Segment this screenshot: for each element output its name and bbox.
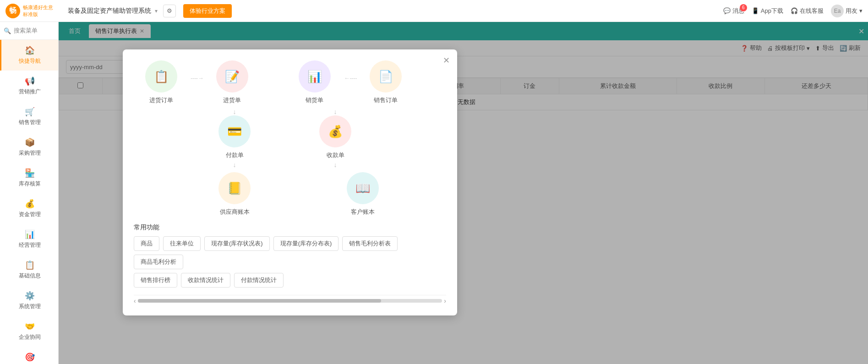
sidebar-item-newbie[interactable]: 🎯 新手引导 <box>0 347 58 364</box>
system-name: 装备及固定资产辅助管理系统 <box>68 7 151 15</box>
scroll-left-icon[interactable]: ‹ <box>134 297 136 304</box>
flow-node-supplier-ledger: 📒 供应商账本 <box>207 172 262 216</box>
message-button[interactable]: 💬 消息 6 <box>723 7 744 15</box>
purchase-icon: 📦 <box>25 137 35 147</box>
online-service-button[interactable]: 🎧 在线客服 <box>791 7 824 15</box>
modal-close-button[interactable]: ✕ <box>441 55 452 66</box>
sidebar-item-inventory[interactable]: 🏪 库存核算 <box>0 163 58 193</box>
supplier-ledger-icon[interactable]: 📒 <box>218 172 251 204</box>
common-function-buttons-row2: 销售排行榜 收款情况统计 付款情况统计 <box>134 273 446 288</box>
cf-btn-sales-margin[interactable]: 销售毛利分析表 <box>342 236 398 251</box>
flow-node-customer-ledger: 📖 客户账本 <box>335 172 390 216</box>
sidebar-item-purchase[interactable]: 📦 采购管理 <box>0 132 58 163</box>
logo-area: 畅 畅康通好生意 标准版 <box>5 4 64 18</box>
main-area: 🔍 搜索菜单 🏠 快捷导航 📢 营销推广 🛒 销售管理 📦 采购管理 🏪 <box>0 22 868 364</box>
flow-node-payment-bill: 💳 付款单 <box>207 115 262 159</box>
collab-icon: 🤝 <box>25 321 35 331</box>
cf-btn-stock-dist[interactable]: 现存量(库存分布表) <box>273 236 339 251</box>
search-menu-button[interactable]: 🔍 搜索菜单 <box>0 22 58 40</box>
modal-scrollbar: ‹ › <box>134 295 446 304</box>
finance-icon: 💰 <box>25 199 35 209</box>
scroll-right-icon[interactable]: › <box>444 297 446 304</box>
cf-btn-sales-ranking[interactable]: 销售排行榜 <box>134 273 177 288</box>
flow-node-purchase-bill: 📝 进货单 <box>205 60 260 104</box>
cf-btn-payment-stats[interactable]: 付款情况统计 <box>234 273 284 288</box>
avatar: Ea <box>831 5 844 17</box>
sales-bill-icon[interactable]: 📊 <box>299 60 331 92</box>
content-area: 首页 销售订单执行表 ✕ ✕ ❓ 帮助 🖨 按模板打印 ▾ <box>59 22 868 364</box>
newbie-icon: 🎯 <box>25 352 35 362</box>
trial-button[interactable]: 体验行业方案 <box>183 4 232 18</box>
sidebar-item-finance[interactable]: 💰 资金管理 <box>0 193 58 224</box>
modal-overlay[interactable]: ✕ 📋 进货订单 <box>59 22 868 364</box>
sidebar-item-system[interactable]: ⚙️ 系统管理 <box>0 285 58 316</box>
common-functions-title: 常用功能 <box>134 223 446 232</box>
payment-bill-icon[interactable]: 💳 <box>218 115 251 147</box>
sidebar-item-quick-nav[interactable]: 🏠 快捷导航 <box>0 40 58 71</box>
marketing-icon: 📢 <box>25 76 35 86</box>
purchase-bill-icon[interactable]: 📝 <box>216 60 248 92</box>
sidebar-item-marketing[interactable]: 📢 营销推广 <box>0 71 58 101</box>
flow-node-sales-bill: 📊 销货单 <box>287 60 342 104</box>
sidebar-item-collab[interactable]: 🤝 企业协同 <box>0 316 58 347</box>
system-dropdown-icon[interactable]: ▾ <box>155 8 158 14</box>
sales-icon: 🛒 <box>25 107 35 117</box>
settings-icon[interactable]: ⚙ <box>163 5 176 17</box>
sidebar: 🔍 搜索菜单 🏠 快捷导航 📢 营销推广 🛒 销售管理 📦 采购管理 🏪 <box>0 22 59 364</box>
app-download-button[interactable]: 📱 App下载 <box>752 7 783 15</box>
flow-node-sales-order: 📄 销售订单 <box>358 60 413 104</box>
inventory-icon: 🏪 <box>25 168 35 178</box>
sidebar-item-basic[interactable]: 📋 基础信息 <box>0 255 58 285</box>
message-icon: 💬 <box>723 7 731 14</box>
top-bar: 畅 畅康通好生意 标准版 装备及固定资产辅助管理系统 ▾ ⚙ 体验行业方案 💬 … <box>0 0 868 22</box>
sales-order-icon[interactable]: 📄 <box>370 60 402 92</box>
home-icon: 🏠 <box>25 45 35 55</box>
scroll-thumb[interactable] <box>138 299 382 303</box>
scroll-track[interactable] <box>138 299 442 303</box>
user-chevron-icon: ▾ <box>859 7 863 14</box>
common-function-buttons: 商品 往来单位 现存量(库存状况表) 现存量(库存分布表) 销售毛利分析表 商品… <box>134 236 446 269</box>
user-menu[interactable]: Ea 用友 ▾ <box>831 5 863 17</box>
sidebar-item-sales[interactable]: 🛒 销售管理 <box>0 101 58 132</box>
cf-btn-receipt-stats[interactable]: 收款情况统计 <box>181 273 230 288</box>
service-icon: 🎧 <box>791 7 798 14</box>
download-icon: 📱 <box>752 7 759 14</box>
cf-btn-product[interactable]: 商品 <box>134 236 159 251</box>
sidebar-item-operation[interactable]: 📊 经营管理 <box>0 224 58 255</box>
search-icon: 🔍 <box>4 27 11 34</box>
system-icon: ⚙️ <box>25 291 35 301</box>
common-functions-section: 常用功能 商品 往来单位 现存量(库存状况表) 现存量(库存分布表) 销售毛利分… <box>134 223 446 288</box>
cf-btn-partner[interactable]: 往来单位 <box>163 236 201 251</box>
cf-btn-stock-status[interactable]: 现存量(库存状况表) <box>204 236 270 251</box>
flow-node-receipt-bill: 💰 收款单 <box>308 115 363 159</box>
purchase-order-icon[interactable]: 📋 <box>145 60 177 92</box>
cf-btn-product-margin[interactable]: 商品毛利分析 <box>134 255 183 269</box>
modal: ✕ 📋 进货订单 <box>123 49 457 315</box>
app-container: 畅 畅康通好生意 标准版 装备及固定资产辅助管理系统 ▾ ⚙ 体验行业方案 💬 … <box>0 0 868 364</box>
logo-icon: 畅 <box>5 4 20 18</box>
receipt-bill-icon[interactable]: 💰 <box>319 115 351 147</box>
logo-text: 畅康通好生意 标准版 <box>23 4 53 17</box>
message-badge: 6 <box>740 4 747 11</box>
flow-node-purchase-order: 📋 进货订单 <box>134 60 189 104</box>
top-right-area: 💬 消息 6 📱 App下载 🎧 在线客服 Ea 用友 ▾ <box>723 5 863 17</box>
operation-icon: 📊 <box>25 229 35 239</box>
system-title: 装备及固定资产辅助管理系统 ▾ ⚙ 体验行业方案 <box>68 4 232 18</box>
basic-icon: 📋 <box>25 260 35 270</box>
customer-ledger-icon[interactable]: 📖 <box>347 172 379 204</box>
